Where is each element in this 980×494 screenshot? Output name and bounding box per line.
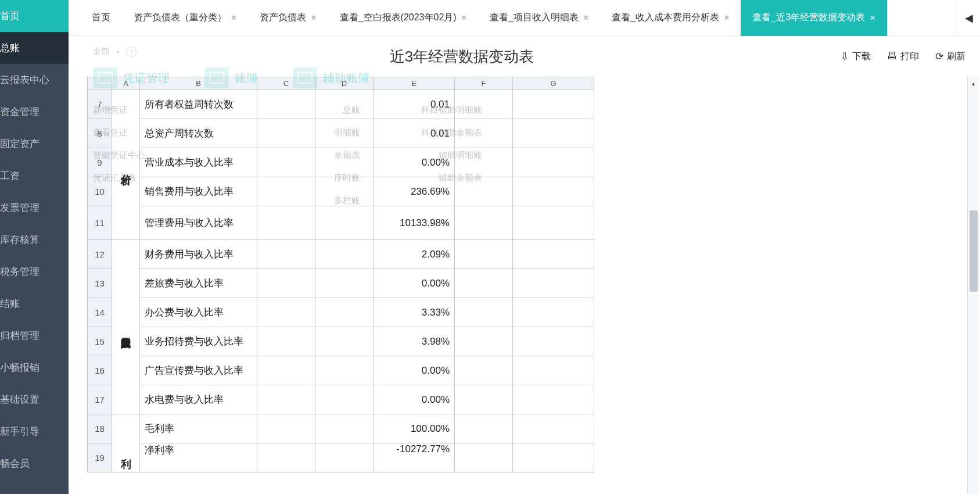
sidebar-item-salary[interactable]: 工资 [0,160,69,192]
cell[interactable] [513,443,594,472]
cell[interactable]: 100.00% [374,414,455,443]
sidebar-item-fixed-asset[interactable]: 固定资产 [0,128,69,160]
close-icon[interactable]: × [870,13,875,23]
close-icon[interactable]: × [583,13,588,23]
cell[interactable] [315,206,374,240]
cell[interactable] [315,356,374,385]
cell[interactable]: 管理费用与收入比率 [140,206,257,240]
scroll-thumb[interactable] [970,210,978,292]
row-header[interactable]: 8 [88,119,112,148]
row-header[interactable]: 15 [88,327,112,356]
cell[interactable] [315,269,374,298]
cell[interactable] [315,385,374,414]
cell[interactable] [315,177,374,206]
tab-3year-change[interactable]: 查看_近3年经营数据变动表× [741,0,886,36]
cell[interactable]: 财务费用与收入比率 [140,240,257,269]
cell[interactable] [257,414,315,443]
cell[interactable] [513,385,594,414]
cell[interactable]: 3.33% [374,298,455,327]
cell[interactable]: -10272.77% [374,443,455,472]
cell[interactable] [315,327,374,356]
sidebar-item-ledger[interactable]: 总账 [0,32,69,64]
cell[interactable]: 0.01 [374,90,455,119]
row-header[interactable]: 16 [88,356,112,385]
sidebar-item-settings[interactable]: 基础设置 [0,384,69,416]
sidebar-item-member[interactable]: 畅会员 [0,448,69,479]
tab-blank-report[interactable]: 查看_空白报表(2023年02月)× [328,0,478,36]
row-header[interactable]: 17 [88,385,112,414]
sidebar-item-closing[interactable]: 结账 [0,288,69,320]
cell[interactable] [513,414,594,443]
tab-income-cost[interactable]: 查看_收入成本费用分析表× [600,0,741,36]
row-header[interactable]: 7 [88,90,112,119]
cell[interactable] [513,148,594,177]
row-header[interactable]: 14 [88,298,112,327]
cell[interactable]: 10133.98% [374,206,455,240]
cell[interactable] [513,177,594,206]
cell[interactable]: 0.01 [374,119,455,148]
row-header[interactable]: 19 [88,443,112,472]
cell[interactable] [455,119,513,148]
cell[interactable]: 营业成本与收入比率 [140,148,257,177]
cell[interactable] [315,443,374,472]
cell[interactable] [257,148,315,177]
cell[interactable]: 0.00% [374,385,455,414]
cell[interactable] [257,90,315,119]
cell-group-profit[interactable]: 利 [112,414,140,472]
refresh-button[interactable]: ⟳刷新 [935,51,965,63]
cell[interactable] [257,443,315,472]
tab-scroll-left-icon[interactable]: ◀ [957,0,980,36]
tab-balance[interactable]: 资产负债表× [248,0,328,36]
cell[interactable]: 业务招待费与收入比率 [140,327,257,356]
col-header-A[interactable]: A [112,77,140,90]
spreadsheet[interactable]: A B C D E F G 7 分析 所有者权益周转次数 0.01 8 总资产周… [87,77,966,494]
cell[interactable] [513,240,594,269]
download-button[interactable]: ⇩下载 [841,51,871,63]
cell[interactable]: 0.00% [374,148,455,177]
cell[interactable] [513,327,594,356]
cell[interactable] [455,298,513,327]
cell[interactable]: 差旅费与收入比率 [140,269,257,298]
cell[interactable] [455,90,513,119]
cell[interactable]: 水电费与收入比率 [140,385,257,414]
sidebar-item-fund[interactable]: 资金管理 [0,96,69,128]
close-icon[interactable]: × [231,13,236,23]
cell[interactable] [257,298,315,327]
cell[interactable] [257,206,315,240]
cell[interactable] [257,240,315,269]
cell[interactable]: 2.09% [374,240,455,269]
sidebar-item-tax[interactable]: 税务管理 [0,256,69,288]
col-header-E[interactable]: E [374,77,455,90]
cell-group-cost[interactable]: 成本费用收入比 [112,240,140,414]
cell[interactable]: 毛利率 [140,414,257,443]
cell[interactable] [257,327,315,356]
row-header[interactable]: 10 [88,177,112,206]
sidebar-item-expense[interactable]: 小畅报销 [0,352,69,384]
cell[interactable] [513,269,594,298]
cell[interactable] [315,414,374,443]
cell[interactable] [315,148,374,177]
cell[interactable] [257,385,315,414]
cell[interactable] [513,206,594,240]
scroll-up-icon[interactable]: ▴ [968,78,979,88]
row-header[interactable]: 11 [88,206,112,240]
cell[interactable] [513,356,594,385]
cell[interactable] [513,90,594,119]
cell[interactable] [315,298,374,327]
cell[interactable] [455,206,513,240]
cell[interactable] [257,356,315,385]
cell[interactable] [513,119,594,148]
close-icon[interactable]: × [311,13,316,23]
cell[interactable] [257,119,315,148]
sidebar-item-home[interactable]: 首页 [0,0,69,32]
close-icon[interactable]: × [724,13,729,23]
cell[interactable] [513,298,594,327]
row-header[interactable]: 12 [88,240,112,269]
row-header[interactable]: 18 [88,414,112,443]
cell[interactable] [455,148,513,177]
cell[interactable]: 0.00% [374,269,455,298]
cell-group-analysis[interactable]: 分析 [112,90,140,240]
cell[interactable] [455,327,513,356]
cell[interactable] [455,177,513,206]
row-header[interactable]: 13 [88,269,112,298]
